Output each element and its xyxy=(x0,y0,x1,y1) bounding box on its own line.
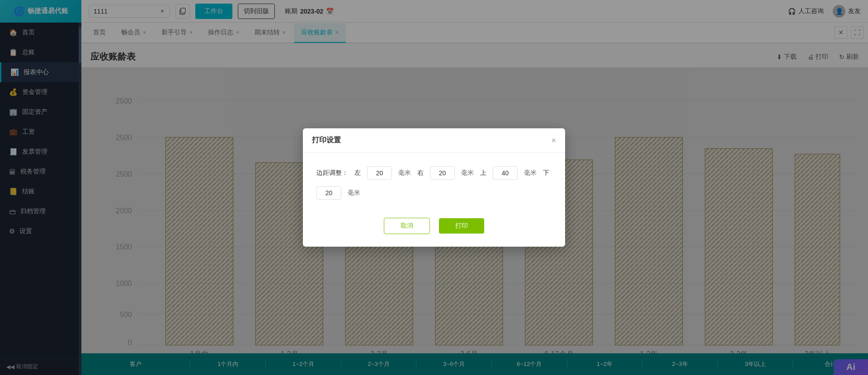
margin-label: 边距调整： xyxy=(316,169,348,177)
margin-row: 边距调整： 左 毫米 右 毫米 上 毫米 下 毫米 xyxy=(316,166,552,200)
modal-body: 边距调整： 左 毫米 右 毫米 上 毫米 下 毫米 xyxy=(303,153,565,213)
modal-header: 打印设置 × xyxy=(303,128,565,153)
left-direction-label: 左 xyxy=(354,169,361,177)
bottom-unit-label: 毫米 xyxy=(348,189,360,197)
top-margin-input[interactable] xyxy=(493,166,518,180)
modal-title: 打印设置 xyxy=(312,136,341,145)
print-settings-modal: 打印设置 × 边距调整： 左 毫米 右 毫米 上 毫米 下 毫米 xyxy=(303,128,565,247)
modal-close-button[interactable]: × xyxy=(551,136,556,145)
bottom-margin-input[interactable] xyxy=(316,186,341,200)
left-unit-label: 毫米 xyxy=(398,169,411,177)
right-margin-input[interactable] xyxy=(430,166,455,180)
bottom-direction-label: 下 xyxy=(543,169,549,177)
top-direction-label: 上 xyxy=(480,169,486,177)
right-unit-label: 毫米 xyxy=(461,169,474,177)
top-unit-label: 毫米 xyxy=(524,169,537,177)
cancel-button[interactable]: 取消 xyxy=(384,218,430,234)
left-margin-input[interactable] xyxy=(367,166,392,180)
right-direction-label: 右 xyxy=(417,169,424,177)
confirm-print-button[interactable]: 打印 xyxy=(439,218,484,234)
modal-overlay: 打印设置 × 边距调整： 左 毫米 右 毫米 上 毫米 下 毫米 xyxy=(0,0,868,375)
modal-footer: 取消 打印 xyxy=(303,213,565,247)
